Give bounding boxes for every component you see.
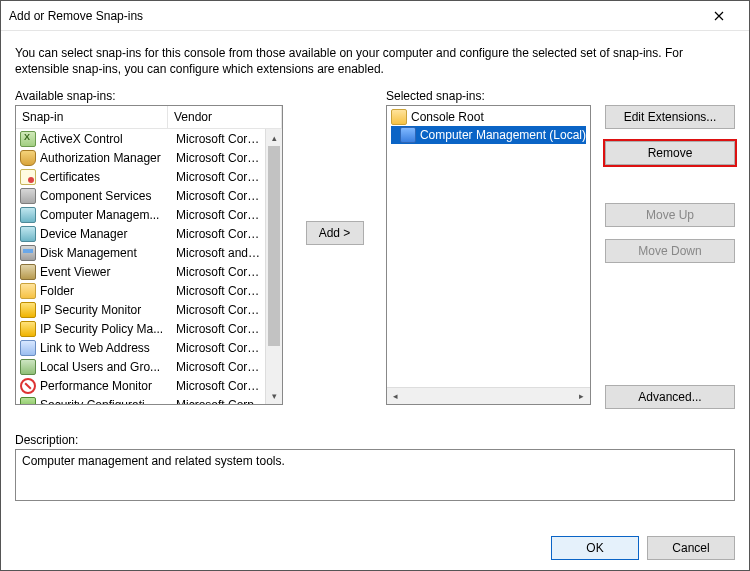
snapin-vendor: Microsoft Corp...: [176, 303, 261, 317]
snapin-vendor: Microsoft Corp...: [176, 284, 261, 298]
snapin-name: Local Users and Gro...: [40, 360, 176, 374]
list-item[interactable]: Performance MonitorMicrosoft Corp...: [16, 376, 265, 395]
list-item[interactable]: IP Security MonitorMicrosoft Corp...: [16, 300, 265, 319]
list-item[interactable]: Device ManagerMicrosoft Corp...: [16, 224, 265, 243]
list-item[interactable]: CertificatesMicrosoft Corp...: [16, 167, 265, 186]
edit-extensions-button[interactable]: Edit Extensions...: [605, 105, 735, 129]
add-button[interactable]: Add >: [306, 221, 364, 245]
snapin-icon: [20, 245, 36, 261]
selected-label: Selected snap-ins:: [386, 89, 591, 103]
snapin-name: IP Security Policy Ma...: [40, 322, 176, 336]
snapin-name: Performance Monitor: [40, 379, 176, 393]
snapin-icon: [20, 302, 36, 318]
cancel-button[interactable]: Cancel: [647, 536, 735, 560]
snapin-icon: [20, 378, 36, 394]
snapin-icon: [20, 340, 36, 356]
computer-management-icon: [400, 127, 416, 143]
scroll-down-icon[interactable]: ▾: [266, 387, 282, 404]
snapin-icon: [20, 226, 36, 242]
snapin-name: IP Security Monitor: [40, 303, 176, 317]
description-box: Computer management and related system t…: [15, 449, 735, 501]
ok-button[interactable]: OK: [551, 536, 639, 560]
snapin-vendor: Microsoft Corp...: [176, 189, 261, 203]
description-label: Description:: [15, 433, 735, 447]
scroll-thumb[interactable]: [268, 146, 280, 346]
tree-root[interactable]: Console Root: [391, 108, 586, 126]
snapin-name: Component Services: [40, 189, 176, 203]
close-button[interactable]: [697, 2, 741, 30]
list-item[interactable]: Local Users and Gro...Microsoft Corp...: [16, 357, 265, 376]
remove-button[interactable]: Remove: [605, 141, 735, 165]
snapin-vendor: Microsoft Corp...: [176, 208, 261, 222]
snapin-vendor: Microsoft Corp...: [176, 170, 261, 184]
snapin-name: Event Viewer: [40, 265, 176, 279]
scroll-up-icon[interactable]: ▴: [266, 129, 282, 146]
selected-snapins-tree[interactable]: Console Root Computer Management (Local)…: [386, 105, 591, 405]
move-down-button[interactable]: Move Down: [605, 239, 735, 263]
snapin-icon: [20, 131, 36, 147]
window-title: Add or Remove Snap-ins: [9, 9, 697, 23]
snapin-icon: [20, 188, 36, 204]
description-text: Computer management and related system t…: [22, 454, 285, 468]
snapin-icon: [20, 321, 36, 337]
snapin-name: Link to Web Address: [40, 341, 176, 355]
advanced-button[interactable]: Advanced...: [605, 385, 735, 409]
col-snapin[interactable]: Snap-in: [16, 106, 168, 128]
snapin-name: Security Configurati...: [40, 398, 176, 405]
snapin-icon: [20, 207, 36, 223]
list-item[interactable]: Security Configurati...Microsoft Corp: [16, 395, 265, 404]
list-item[interactable]: IP Security Policy Ma...Microsoft Corp..…: [16, 319, 265, 338]
snapin-vendor: Microsoft Corp...: [176, 322, 261, 336]
list-item[interactable]: Computer Managem...Microsoft Corp...: [16, 205, 265, 224]
snapin-vendor: Microsoft Corp: [176, 398, 261, 405]
snapin-name: Computer Managem...: [40, 208, 176, 222]
snapin-vendor: Microsoft Corp...: [176, 265, 261, 279]
snapin-name: Authorization Manager: [40, 151, 176, 165]
intro-text: You can select snap-ins for this console…: [15, 45, 735, 77]
list-item[interactable]: Link to Web AddressMicrosoft Corp...: [16, 338, 265, 357]
folder-icon: [391, 109, 407, 125]
snapin-vendor: Microsoft Corp...: [176, 132, 261, 146]
snapin-icon: [20, 150, 36, 166]
snapin-name: Device Manager: [40, 227, 176, 241]
available-snapins-list[interactable]: Snap-in Vendor ActiveX ControlMicrosoft …: [15, 105, 283, 405]
list-item[interactable]: FolderMicrosoft Corp...: [16, 281, 265, 300]
snapin-icon: [20, 397, 36, 405]
list-item[interactable]: ActiveX ControlMicrosoft Corp...: [16, 129, 265, 148]
scroll-left-icon[interactable]: ◂: [387, 391, 404, 401]
list-item[interactable]: Component ServicesMicrosoft Corp...: [16, 186, 265, 205]
list-item[interactable]: Event ViewerMicrosoft Corp...: [16, 262, 265, 281]
snapin-name: ActiveX Control: [40, 132, 176, 146]
snapin-vendor: Microsoft Corp...: [176, 341, 261, 355]
move-up-button[interactable]: Move Up: [605, 203, 735, 227]
vertical-scrollbar[interactable]: ▴ ▾: [265, 129, 282, 404]
snapin-icon: [20, 169, 36, 185]
snapin-name: Folder: [40, 284, 176, 298]
list-item[interactable]: Authorization ManagerMicrosoft Corp...: [16, 148, 265, 167]
tree-item-selected[interactable]: Computer Management (Local): [391, 126, 586, 144]
snapin-icon: [20, 264, 36, 280]
scroll-right-icon[interactable]: ▸: [573, 391, 590, 401]
snapin-icon: [20, 283, 36, 299]
horizontal-scrollbar[interactable]: ◂ ▸: [387, 387, 590, 404]
snapin-vendor: Microsoft Corp...: [176, 360, 261, 374]
titlebar: Add or Remove Snap-ins: [1, 1, 749, 31]
list-item[interactable]: Disk ManagementMicrosoft and ...: [16, 243, 265, 262]
col-vendor[interactable]: Vendor: [168, 106, 282, 128]
available-label: Available snap-ins:: [15, 89, 283, 103]
list-header[interactable]: Snap-in Vendor: [16, 106, 282, 129]
snapin-name: Disk Management: [40, 246, 176, 260]
snapin-vendor: Microsoft Corp...: [176, 151, 261, 165]
snapin-name: Certificates: [40, 170, 176, 184]
snapin-icon: [20, 359, 36, 375]
snapin-vendor: Microsoft Corp...: [176, 227, 261, 241]
snapin-vendor: Microsoft and ...: [176, 246, 261, 260]
snapin-vendor: Microsoft Corp...: [176, 379, 261, 393]
